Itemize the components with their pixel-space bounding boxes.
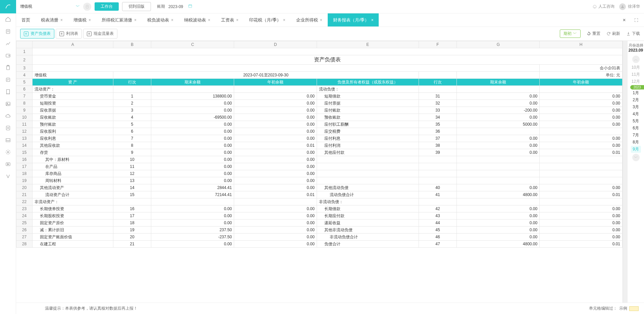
nav-clipboard-icon[interactable] <box>0 62 16 74</box>
cell[interactable] <box>113 86 151 93</box>
cell[interactable]: 非流动负债合计 <box>317 234 419 241</box>
cell[interactable]: 流动资产： <box>33 86 113 93</box>
calendar-icon[interactable] <box>188 4 193 9</box>
close-icon[interactable]: × <box>208 18 210 22</box>
cell[interactable]: 2 <box>113 100 151 107</box>
cell[interactable]: 预收账款 <box>317 114 419 121</box>
cell[interactable]: 0.00 <box>457 205 540 212</box>
cell[interactable]: 存货 <box>33 149 113 156</box>
row-header[interactable]: 16 <box>16 156 33 163</box>
cell[interactable]: 0.00 <box>457 93 540 100</box>
cell[interactable] <box>234 86 317 93</box>
cell[interactable] <box>419 86 457 93</box>
cell[interactable]: 固定资产原价 <box>33 219 113 227</box>
row-header[interactable]: 14 <box>16 142 33 149</box>
cell[interactable]: 应付利息 <box>317 135 419 142</box>
cell[interactable]: 45 <box>419 227 457 234</box>
close-icon[interactable]: × <box>236 18 238 22</box>
refresh-button[interactable]: 刷新 <box>606 31 620 37</box>
cell[interactable]: 19 <box>113 227 151 234</box>
cell[interactable]: 0.00 <box>457 234 540 241</box>
nav-settings-icon[interactable] <box>0 146 16 158</box>
cell[interactable]: 非流动负债： <box>317 198 419 205</box>
cell[interactable]: 库存商品 <box>33 170 113 177</box>
cell[interactable]: 流动负债合计 <box>317 191 419 198</box>
cell[interactable]: 应收票据 <box>33 107 113 114</box>
cell[interactable]: 应付职工薪酬 <box>317 121 419 128</box>
cell[interactable]: 43 <box>419 212 457 219</box>
fullscreen-button[interactable] <box>632 16 641 24</box>
workspace-button[interactable]: 工作台 <box>95 2 119 11</box>
cell[interactable]: 12 <box>113 170 151 177</box>
cell[interactable]: 0.00 <box>234 121 317 128</box>
nav-cloud-icon[interactable] <box>0 110 16 122</box>
cell[interactable]: 其他应收款 <box>33 142 113 149</box>
row-header[interactable]: 20 <box>16 184 33 191</box>
cell[interactable] <box>457 156 540 163</box>
nav-image-icon[interactable] <box>0 98 16 110</box>
cell[interactable]: 14 <box>113 184 151 191</box>
cell[interactable]: 0.00 <box>234 241 317 248</box>
cell[interactable]: 0.00 <box>234 135 317 142</box>
close-icon[interactable]: × <box>60 18 63 22</box>
cell[interactable]: 应交税费 <box>317 128 419 135</box>
cell[interactable]: 0.00 <box>234 114 317 121</box>
cell[interactable]: 预付账款 <box>33 121 113 128</box>
row-header[interactable]: 9 <box>16 107 33 114</box>
cell[interactable]: 0.00 <box>540 114 623 121</box>
row-header[interactable]: 17 <box>16 163 33 170</box>
cell[interactable] <box>540 170 623 177</box>
tab-所得税汇算清缴[interactable]: 所得税汇算清缴× <box>96 13 142 26</box>
cell[interactable] <box>317 170 419 177</box>
row-header[interactable]: 11 <box>16 121 33 128</box>
cell[interactable]: 4800.00 <box>457 191 540 198</box>
close-icon[interactable]: × <box>320 18 322 22</box>
cell[interactable]: 0.00 <box>540 227 623 234</box>
cell[interactable]: 长期借款 <box>317 205 419 212</box>
row-header[interactable]: 4 <box>16 72 33 79</box>
cell[interactable]: 0.00 <box>234 234 317 241</box>
tab-增值税[interactable]: 增值税× <box>68 13 96 26</box>
grid-corner[interactable] <box>16 41 33 48</box>
cell[interactable]: 0.00 <box>457 212 540 219</box>
col-header[interactable]: H <box>540 41 623 48</box>
cell[interactable]: 0.00 <box>234 100 317 107</box>
period-init-dropdown[interactable]: 期初 ﹀ <box>560 29 581 38</box>
cell[interactable]: 流动负债： <box>317 86 419 93</box>
cell[interactable]: 短期投资 <box>33 100 113 107</box>
cell[interactable]: 38 <box>419 142 457 149</box>
row-header[interactable]: 19 <box>16 177 33 184</box>
cell[interactable]: 长期股权投资 <box>33 212 113 219</box>
row-header[interactable]: 13 <box>16 135 33 142</box>
sub-tab-资产负债表[interactable]: ≡资产负债表 <box>20 29 54 39</box>
tabs-close-button[interactable]: ✕ <box>620 16 629 24</box>
close-icon[interactable]: × <box>371 18 373 22</box>
spreadsheet[interactable]: A B C D E F G H 1 2资产负债表 3会小企01表 4 增值税 2… <box>16 41 623 314</box>
cell[interactable]: 应付票据 <box>317 100 419 107</box>
cell[interactable]: 34 <box>419 114 457 121</box>
cell[interactable]: 0.01 <box>234 191 317 198</box>
cell[interactable]: 0.00 <box>151 128 234 135</box>
cell[interactable]: 0.00 <box>234 149 317 156</box>
nav-inbox-icon[interactable] <box>0 134 16 146</box>
cell[interactable]: 0.00 <box>234 93 317 100</box>
cell[interactable]: 0.00 <box>540 135 623 142</box>
cell[interactable] <box>234 198 317 205</box>
cell[interactable]: 0.00 <box>540 93 623 100</box>
cell[interactable]: 0.00 <box>151 100 234 107</box>
cell[interactable]: 0.00 <box>540 100 623 107</box>
cell[interactable]: 0.00 <box>540 121 623 128</box>
cell[interactable]: 0.00 <box>151 177 234 184</box>
nav-list-icon[interactable] <box>0 74 16 86</box>
cell[interactable]: 在建工程 <box>33 241 113 248</box>
cell[interactable]: 0.00 <box>234 163 317 170</box>
cell[interactable]: 4800.00 <box>457 241 540 248</box>
cell[interactable]: 0.00 <box>151 205 234 212</box>
cell[interactable]: 5 <box>113 121 151 128</box>
nav-export-icon[interactable] <box>0 122 16 134</box>
tab-财务报表（月/季）[interactable]: 财务报表（月/季）× <box>328 13 379 26</box>
cell[interactable]: 0.00 <box>151 121 234 128</box>
tab-纳税波动表[interactable]: 纳税波动表× <box>179 13 216 26</box>
nav-doc-icon[interactable] <box>0 25 16 38</box>
cell[interactable] <box>419 170 457 177</box>
